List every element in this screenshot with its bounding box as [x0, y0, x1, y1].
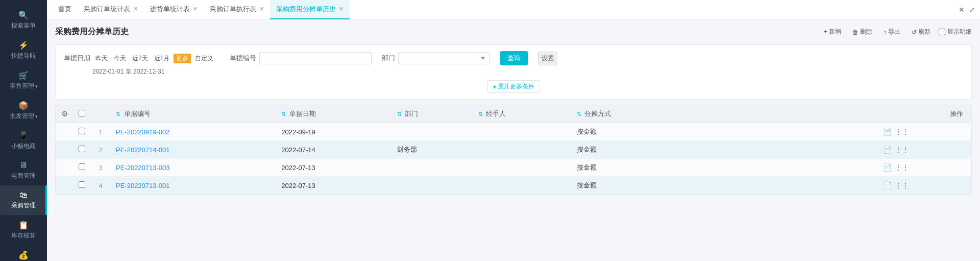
td-date-0: 2022-09-19: [276, 123, 391, 141]
sidebar-icon-retail: 🛒: [18, 71, 29, 80]
tab-close-purchase-order-stats[interactable]: ✕: [133, 6, 138, 12]
sidebar-label-wholesale: 批发管理▾: [3, 112, 44, 121]
view-icon-2[interactable]: 📄: [883, 163, 892, 172]
maximize-window-icon[interactable]: ⤢: [969, 6, 975, 14]
shortcut-1month[interactable]: 近1月: [152, 54, 172, 63]
more-icon-0[interactable]: ⋮⋮: [895, 128, 909, 136]
td-settings-0: [56, 123, 74, 141]
sidebar-item-finance[interactable]: 💰 资金管理: [0, 245, 47, 261]
tab-purchase-order-stats[interactable]: 采购订单统计表 ✕: [78, 0, 144, 19]
td-docno-0: PE-20220919-002: [111, 123, 276, 141]
docno-link-3[interactable]: PE-20220713-001: [116, 182, 170, 189]
search-button[interactable]: 查询: [500, 51, 528, 65]
sidebar-label-quicknav: 快捷导航: [3, 52, 44, 60]
sidebar-label-ecom: 电商管理: [3, 172, 44, 180]
docnum-input[interactable]: [259, 52, 372, 64]
tab-purchase-order-exec[interactable]: 采购订单执行表 ✕: [204, 0, 270, 19]
tab-home[interactable]: 首页: [52, 0, 78, 19]
sidebar-item-ecom[interactable]: 🖥 电商管理: [0, 156, 47, 185]
sidebar-item-purchase[interactable]: 🛍 采购管理: [0, 185, 47, 215]
sidebar-label-retail: 零售管理▾: [3, 82, 44, 90]
tab-goods-stats[interactable]: 进货单统计表 ✕: [144, 0, 204, 19]
select-all-checkbox[interactable]: [79, 110, 85, 116]
show-columns-checkbox[interactable]: 显示明细: [939, 28, 972, 36]
sidebar-item-quicknav[interactable]: ⚡ 快捷导航: [0, 35, 47, 65]
shortcut-7days[interactable]: 近7天: [130, 54, 150, 63]
tab-label-goods-stats: 进货单统计表: [150, 5, 190, 14]
sidebar: 🔍 搜索菜单 ⚡ 快捷导航 🛒 零售管理▾ 📦 批发管理▾ 📱 小畅电商 🖥 电…: [0, 0, 47, 261]
settings-filter-button[interactable]: 设置: [538, 52, 557, 65]
table-header: ⚙ ⇅ 单据编号 ⇅ 单据日期: [56, 105, 971, 123]
view-icon-0[interactable]: 📄: [883, 128, 892, 136]
export-button[interactable]: ↑ 导出: [880, 26, 903, 38]
close-window-icon[interactable]: ✕: [959, 6, 965, 14]
sidebar-item-retail[interactable]: 🛒 零售管理▾: [0, 65, 47, 96]
td-actions-2: 📄 ⋮⋮: [878, 159, 971, 177]
more-icon-1[interactable]: ⋮⋮: [895, 146, 909, 154]
dept-filter-label: 部门: [382, 54, 395, 63]
expand-more-button[interactable]: ▾ 展开更多条件: [487, 80, 540, 93]
th-dept: ⇅ 部门: [392, 105, 473, 123]
tab-close-purchase-order-exec[interactable]: ✕: [259, 6, 264, 12]
th-docno: ⇅ 单据编号: [111, 105, 276, 123]
td-checkbox-1: [74, 141, 90, 159]
td-docno-2: PE-20220713-003: [111, 159, 276, 177]
row-checkbox-2[interactable]: [79, 163, 85, 170]
sidebar-icon-finance: 💰: [18, 251, 29, 259]
tab-close-goods-stats[interactable]: ✕: [193, 6, 198, 12]
row-checkbox-3[interactable]: [79, 181, 85, 188]
sidebar-label-purchase: 采购管理: [3, 201, 44, 210]
docno-link-0[interactable]: PE-20220919-002: [116, 128, 170, 136]
row-checkbox-0[interactable]: [79, 128, 85, 134]
column-settings-icon[interactable]: ⚙: [61, 109, 68, 118]
th-docdate: ⇅ 单据日期: [276, 105, 391, 123]
td-date-1: 2022-07-14: [276, 141, 391, 159]
dept-select[interactable]: [398, 52, 490, 64]
shortcut-custom[interactable]: 自定义: [193, 54, 215, 63]
th-method: ⇅ 分摊方式: [572, 105, 878, 123]
delete-button[interactable]: 🗑 删除: [849, 26, 875, 38]
row-actions-3: 📄 ⋮⋮: [883, 181, 966, 189]
tab-bar-actions: ✕ ⤢: [959, 6, 975, 14]
td-date-2: 2022-07-13: [276, 159, 391, 177]
sidebar-label-search: 搜索菜单: [3, 21, 44, 30]
view-icon-1[interactable]: 📄: [883, 146, 892, 154]
td-docno-3: PE-20220713-001: [111, 177, 276, 195]
td-method-0: 按金额: [572, 123, 878, 141]
more-icon-2[interactable]: ⋮⋮: [895, 163, 909, 172]
chevron-down-icon: ▾: [493, 83, 496, 90]
view-icon-3[interactable]: 📄: [883, 181, 892, 189]
shortcut-more[interactable]: 更多: [174, 54, 191, 63]
sidebar-icon-purchase: 🛍: [19, 191, 28, 199]
show-columns-input[interactable]: [939, 29, 945, 35]
row-checkbox-1[interactable]: [79, 146, 85, 152]
sidebar-item-inventory[interactable]: 📋 库存核算: [0, 215, 47, 245]
filter-docnum: 单据编号: [230, 52, 372, 64]
docno-link-1[interactable]: PE-20220714-001: [116, 146, 170, 154]
date-range-display: 2022-01-01 至 2022-12-31: [92, 67, 963, 76]
docno-link-2[interactable]: PE-20220713-003: [116, 164, 170, 172]
shortcut-yesterday[interactable]: 昨天: [93, 54, 110, 63]
refresh-button[interactable]: ↺ 刷新: [909, 26, 934, 38]
th-row-num: [90, 105, 111, 123]
sidebar-icon-mobile: 📱: [18, 131, 29, 140]
more-icon-3[interactable]: ⋮⋮: [895, 181, 909, 189]
td-num-2: 3: [90, 159, 111, 177]
dept-sort-icon: ⇅: [397, 111, 402, 117]
sidebar-item-mobile[interactable]: 📱 小畅电商: [0, 126, 47, 156]
tab-label-purchase-order-stats: 采购订单统计表: [84, 5, 130, 14]
sidebar-item-search[interactable]: 🔍 搜索菜单: [0, 5, 47, 35]
shortcut-today[interactable]: 今天: [112, 54, 128, 63]
td-dept-0: [392, 123, 473, 141]
table-row: 3 PE-20220713-003 2022-07-13 按金额 📄 ⋮⋮: [56, 159, 971, 177]
td-method-2: 按金额: [572, 159, 878, 177]
row-actions-0: 📄 ⋮⋮: [883, 128, 966, 136]
sidebar-item-wholesale[interactable]: 📦 批发管理▾: [0, 96, 47, 126]
sidebar-icon-wholesale: 📦: [18, 101, 29, 110]
tab-purchase-cost-history[interactable]: 采购费用分摊单历史 ✕: [270, 0, 350, 19]
th-settings: ⚙: [56, 105, 74, 123]
tab-close-purchase-cost-history[interactable]: ✕: [339, 6, 344, 12]
row-actions-1: 📄 ⋮⋮: [883, 146, 966, 154]
add-button[interactable]: + 新增: [821, 26, 844, 38]
handler-sort-icon: ⇅: [478, 111, 483, 117]
